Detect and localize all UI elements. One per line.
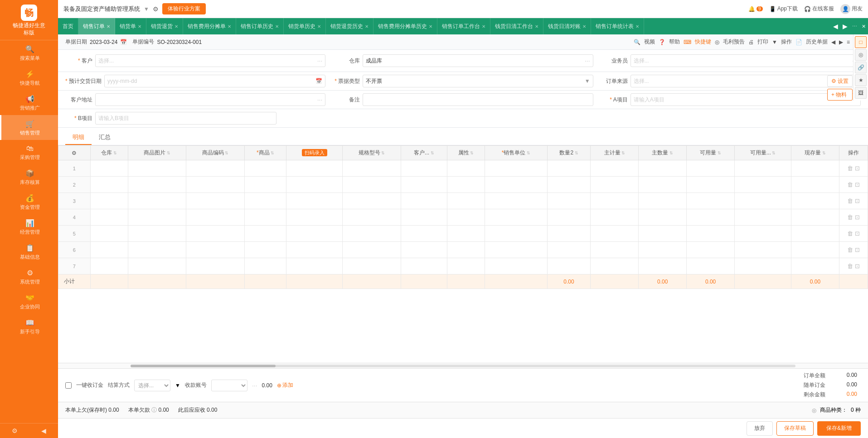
tab-close-5[interactable]: ✕ <box>275 24 279 29</box>
cell-gear[interactable]: 7 <box>58 258 91 274</box>
settings-icon[interactable]: ⚙ <box>153 5 159 13</box>
date-value[interactable]: 2023-03-24 <box>90 39 117 45</box>
sidebar-item-5[interactable]: 📦库存核算 <box>0 164 58 189</box>
tab-1[interactable]: 销售订单✕ <box>78 18 115 34</box>
tab-12[interactable]: 销售订单统计表✕ <box>591 18 644 34</box>
sidebar-item-11[interactable]: 📖新手引导 <box>0 314 58 339</box>
row-delete-icon-4[interactable]: 🗑 <box>847 214 853 221</box>
row-copy-icon-1[interactable]: ⊡ <box>855 165 860 172</box>
tab-6[interactable]: 销货单历史✕ <box>284 18 326 34</box>
cell-available[interactable] <box>687 242 735 258</box>
next-record-icon[interactable]: ▶ <box>839 39 843 45</box>
row-delete-icon-1[interactable]: 🗑 <box>847 165 853 172</box>
scan-button[interactable]: 扫码录入 <box>302 149 327 156</box>
cell-available[interactable] <box>687 160 735 177</box>
cell-spec[interactable] <box>343 209 401 226</box>
cell-scan[interactable] <box>286 193 343 209</box>
tab-4[interactable]: 销售费用分摊单✕ <box>183 18 236 34</box>
row-delete-icon-5[interactable]: 🗑 <box>847 230 853 237</box>
cell-image[interactable] <box>128 193 186 209</box>
sidebar-item-4[interactable]: 🛍采购管理 <box>0 140 58 164</box>
cell-main_qty[interactable] <box>639 258 687 274</box>
tab-0[interactable]: 首页 <box>58 18 78 34</box>
cell-main_qty[interactable] <box>639 177 687 193</box>
cell-attr[interactable] <box>447 209 485 226</box>
detail-tab-0[interactable]: 明细 <box>65 130 92 145</box>
cell-warehouse[interactable] <box>90 193 128 209</box>
online-service-link[interactable]: 🎧 在线客服 <box>804 5 834 13</box>
table-container[interactable]: ⚙仓库 ⇅商品图片 ⇅商品编码 ⇅*商品 ⇅扫码录入规格型号 ⇅客户... ⇅属… <box>58 145 868 363</box>
tab-close-3[interactable]: ✕ <box>175 24 178 29</box>
cell-code[interactable] <box>186 242 245 258</box>
cell-customer_code[interactable] <box>401 242 447 258</box>
cell-qty2[interactable] <box>547 177 591 193</box>
cell-code[interactable] <box>186 258 245 274</box>
cell-current[interactable] <box>791 226 839 242</box>
cell-main_unit[interactable] <box>591 160 639 177</box>
cell-spec[interactable] <box>343 226 401 242</box>
tab-close-7[interactable]: ✕ <box>365 24 369 29</box>
detail-tab-1[interactable]: 汇总 <box>92 130 118 145</box>
notification-link[interactable]: 🔔 9 <box>748 6 763 12</box>
delivery-input[interactable]: yyyy-mm-dd 📅 <box>104 75 325 87</box>
cell-available2[interactable] <box>735 242 791 258</box>
invoice-input[interactable]: 不开票 ▼ <box>363 75 593 87</box>
row-delete-icon-7[interactable]: 🗑 <box>847 263 853 270</box>
cell-product[interactable] <box>245 258 286 274</box>
cell-unit[interactable] <box>485 177 547 193</box>
row-copy-icon-5[interactable]: ⊡ <box>855 230 860 237</box>
cell-gear[interactable]: 3 <box>58 193 91 209</box>
tab-close-12[interactable]: ✕ <box>635 24 639 29</box>
tab-more-icon[interactable]: ⋯ <box>850 24 859 29</box>
sidebar-item-10[interactable]: 🤝企业协同 <box>0 289 58 314</box>
method-select[interactable]: 选择... <box>134 380 170 391</box>
help-link[interactable]: 帮助 <box>669 38 680 46</box>
cell-spec[interactable] <box>343 160 401 177</box>
cell-warehouse[interactable] <box>90 258 128 274</box>
cell-spec[interactable] <box>343 258 401 274</box>
tab-3[interactable]: 销货退货✕ <box>146 18 183 34</box>
cell-attr[interactable] <box>447 160 485 177</box>
cell-available[interactable] <box>687 258 735 274</box>
tab-close-9[interactable]: ✕ <box>482 24 485 29</box>
row-copy-icon-4[interactable]: ⊡ <box>855 214 860 221</box>
row-delete-icon-6[interactable]: 🗑 <box>847 246 853 253</box>
settings-button[interactable]: ⚙ 设置 <box>827 75 853 87</box>
cell-product[interactable] <box>245 193 286 209</box>
cell-product[interactable] <box>245 160 286 177</box>
cell-image[interactable] <box>128 160 186 177</box>
right-panel-btn-4[interactable]: 🖼 <box>855 87 867 99</box>
cell-current[interactable] <box>791 258 839 274</box>
profit-link[interactable]: 毛利预告 <box>723 38 745 46</box>
remark-input[interactable] <box>363 93 593 106</box>
cell-main_unit[interactable] <box>591 258 639 274</box>
cell-main_qty[interactable] <box>639 242 687 258</box>
sidebar-collapse-icon[interactable]: ◀ <box>41 427 46 434</box>
cell-main_unit[interactable] <box>591 177 639 193</box>
cell-qty2[interactable] <box>547 226 591 242</box>
cell-warehouse[interactable] <box>90 177 128 193</box>
cell-gear[interactable]: 1 <box>58 160 91 177</box>
cell-scan[interactable] <box>286 177 343 193</box>
cell-available2[interactable] <box>735 193 791 209</box>
tab-7[interactable]: 销货退货历史✕ <box>326 18 373 34</box>
cell-customer_code[interactable] <box>401 258 447 274</box>
add-material-button[interactable]: + 物料 <box>827 89 853 101</box>
cell-warehouse[interactable] <box>90 209 128 226</box>
tab-prev-icon[interactable]: ◀ <box>831 23 840 30</box>
cell-available2[interactable] <box>735 258 791 274</box>
operation-link[interactable]: 操作 <box>781 38 792 46</box>
date-picker-icon[interactable]: 📅 <box>315 78 322 84</box>
cell-image[interactable] <box>128 209 186 226</box>
order-source-input[interactable]: 选择... ▼ <box>630 75 861 87</box>
cell-spec[interactable] <box>343 242 401 258</box>
customer-input[interactable]: 选择... ··· <box>95 54 325 67</box>
cell-product[interactable] <box>245 226 286 242</box>
row-copy-icon-3[interactable]: ⊡ <box>855 197 860 204</box>
tab-close-6[interactable]: ✕ <box>317 24 321 29</box>
staff-input[interactable]: 选择... ··· <box>630 54 861 67</box>
cell-attr[interactable] <box>447 177 485 193</box>
cell-product[interactable] <box>245 209 286 226</box>
sidebar-item-0[interactable]: 🔍搜索菜单 <box>0 40 58 65</box>
cell-qty2[interactable] <box>547 193 591 209</box>
